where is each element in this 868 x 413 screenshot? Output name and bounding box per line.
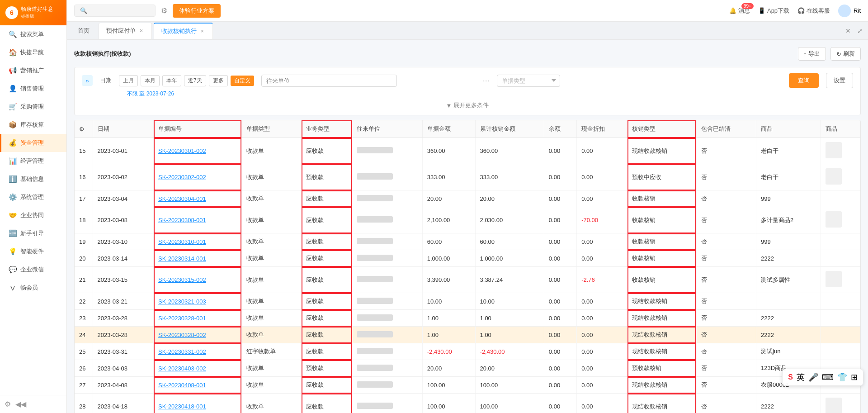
table-row[interactable]: 15 2023-03-01 SK-20230301-002 收款单 应收款 36… bbox=[75, 138, 860, 164]
bill-no-link[interactable]: SK-20230331-002 bbox=[158, 348, 206, 355]
export-button[interactable]: ↑ 导出 bbox=[798, 47, 826, 61]
sidebar-item-company[interactable]: 🤝 企业协同 bbox=[0, 206, 66, 224]
date-btn-more[interactable]: 更多 bbox=[209, 75, 228, 86]
settings-button[interactable]: 设置 bbox=[826, 73, 853, 88]
user-avatar[interactable]: Rit bbox=[838, 5, 861, 17]
refresh-button[interactable]: ↻ 刷新 bbox=[830, 47, 861, 61]
sidebar-item-quick[interactable]: 🏠 快捷导航 bbox=[0, 43, 66, 62]
sidebar-item-sales[interactable]: 👤 销售管理 bbox=[0, 80, 66, 98]
sidebar-item-marketing[interactable]: 📢 营销推广 bbox=[0, 62, 66, 80]
date-btn-this-month[interactable]: 本月 bbox=[141, 75, 160, 86]
table-row[interactable]: 19 2023-03-10 SK-20230310-001 收款单 应收款 60… bbox=[75, 233, 860, 250]
td-discount: 0.00 bbox=[577, 394, 627, 413]
td-counterpart bbox=[352, 207, 422, 233]
bill-no-link[interactable]: SK-20230308-001 bbox=[158, 217, 206, 223]
table-row[interactable]: 16 2023-03-02 SK-20230302-002 收款单 预收款 33… bbox=[75, 164, 860, 190]
sidebar-item-search[interactable]: 🔍 搜索菜单 bbox=[0, 25, 66, 43]
td-discount: 0.00 bbox=[577, 164, 627, 190]
bill-no-link[interactable]: SK-20230321-003 bbox=[158, 298, 206, 305]
tab-close-all-button[interactable]: ✕ bbox=[844, 25, 853, 36]
topbar-search-box[interactable]: 🔍 bbox=[74, 5, 156, 17]
online-service-button[interactable]: 🎧 在线客服 bbox=[797, 7, 830, 15]
collapse-icon[interactable]: ◀◀ bbox=[15, 400, 26, 408]
td-write-off-type: 收款核销 bbox=[627, 233, 696, 250]
mobile-icon: 📱 bbox=[758, 7, 765, 14]
product-thumbnail bbox=[826, 142, 842, 158]
td-bill-no: SK-20230321-003 bbox=[154, 293, 242, 310]
ime-chinese-icon[interactable]: 英 bbox=[797, 372, 805, 383]
expand-more-button[interactable]: ▼ 展开更多条件 bbox=[446, 101, 489, 109]
app-download-button[interactable]: 📱 App下载 bbox=[758, 7, 789, 15]
sidebar-item-label-quick: 快捷导航 bbox=[20, 48, 44, 57]
sidebar-item-guide[interactable]: 🆕 新手引导 bbox=[0, 224, 66, 242]
tab-payable-close[interactable]: × bbox=[138, 27, 144, 34]
ime-keyboard-icon[interactable]: ⌨ bbox=[822, 372, 834, 382]
table-row[interactable]: 21 2023-03-15 SK-20230315-002 收款单 应收款 3,… bbox=[75, 267, 860, 293]
table-row[interactable]: 22 2023-03-21 SK-20230321-003 收款单 应收款 10… bbox=[75, 293, 860, 310]
date-custom-button[interactable]: 自定义 bbox=[231, 76, 254, 86]
sidebar-item-operations[interactable]: 📊 经营管理 bbox=[0, 152, 66, 170]
sidebar-item-inventory[interactable]: 📦 库存核算 bbox=[0, 116, 66, 134]
app-label: App下载 bbox=[767, 7, 789, 15]
td-biz-type: 应收款 bbox=[302, 250, 352, 267]
tab-receipt[interactable]: 收款核销执行 × bbox=[154, 23, 213, 39]
sidebar-item-system[interactable]: ⚙️ 系统管理 bbox=[0, 188, 66, 206]
bill-no-link[interactable]: SK-20230310-001 bbox=[158, 238, 206, 245]
sidebar-bottom: ⚙ ◀◀ bbox=[0, 395, 66, 413]
bill-no-link[interactable]: SK-20230302-002 bbox=[158, 174, 206, 180]
bill-no-link[interactable]: SK-20230328-001 bbox=[158, 315, 206, 322]
table-row[interactable]: 28 2023-04-18 SK-20230418-001 收款单 应收款 10… bbox=[75, 394, 860, 413]
bill-no-link[interactable]: SK-20230301-002 bbox=[158, 147, 206, 154]
tabbar: 首页 预付应付单 × 收款核销执行 × ✕ ⤢ bbox=[67, 22, 868, 40]
sidebar-item-basic[interactable]: ℹ️ 基础信息 bbox=[0, 170, 66, 188]
bill-no-link[interactable]: SK-20230418-001 bbox=[158, 403, 206, 410]
date-btn-7days[interactable]: 近7天 bbox=[184, 75, 206, 86]
bill-no-link[interactable]: SK-20230408-001 bbox=[158, 382, 206, 389]
filter-expand-button[interactable]: » bbox=[82, 75, 93, 86]
sidebar-item-label-company: 企业协同 bbox=[20, 211, 44, 219]
date-btn-this-year[interactable]: 本年 bbox=[162, 75, 181, 86]
query-button[interactable]: 查询 bbox=[789, 73, 819, 88]
table-row[interactable]: 27 2023-04-08 SK-20230408-001 收款单 应收款 10… bbox=[75, 377, 860, 394]
table-row[interactable]: 18 2023-03-08 SK-20230308-001 收款单 应收款 2,… bbox=[75, 207, 860, 233]
topbar: 🔍 ⚙ 体验行业方案 🔔 消息 99+ 📱 App下载 🎧 在线客服 Rit bbox=[67, 0, 868, 22]
counterpart-input[interactable] bbox=[261, 75, 397, 87]
topbar-gear-icon[interactable]: ⚙ bbox=[161, 6, 167, 15]
tab-maximize-button[interactable]: ⤢ bbox=[855, 25, 864, 36]
table-row[interactable]: 24 2023-03-28 SK-20230328-002 收款单 应收款 1.… bbox=[75, 327, 860, 343]
bill-no-link[interactable]: SK-20230304-001 bbox=[158, 195, 206, 202]
th-included: 包含已结清 bbox=[696, 120, 756, 138]
bill-no-link[interactable]: SK-20230315-002 bbox=[158, 276, 206, 283]
bill-type-select[interactable]: 单据类型 bbox=[497, 75, 560, 87]
settings-icon[interactable]: ⚙ bbox=[5, 400, 11, 408]
td-product bbox=[756, 293, 821, 310]
tab-receipt-close[interactable]: × bbox=[199, 28, 205, 35]
th-settings[interactable]: ⚙ bbox=[75, 120, 93, 138]
bell-icon: 🔔 bbox=[729, 7, 736, 14]
refresh-icon: ↻ bbox=[836, 51, 841, 57]
industry-solution-button[interactable]: 体验行业方案 bbox=[173, 4, 221, 18]
ime-shirt-icon[interactable]: 👕 bbox=[837, 372, 847, 382]
table-row[interactable]: 20 2023-03-14 SK-20230314-001 收款单 应收款 1,… bbox=[75, 250, 860, 267]
sidebar-item-purchase[interactable]: 🛒 采购管理 bbox=[0, 98, 66, 116]
ime-grid-icon[interactable]: ⊞ bbox=[851, 372, 858, 382]
sidebar-item-wechat[interactable]: 💬 企业微信 bbox=[0, 261, 66, 279]
th-bill-no: 单据编号 bbox=[154, 120, 242, 138]
table-row[interactable]: 26 2023-04-03 SK-20230403-002 收款单 预收款 20… bbox=[75, 360, 860, 377]
table-scroll[interactable]: ⚙ 日期 单据编号 单据类型 业务类型 往来单位 单据金额 累计核销金额 余额 … bbox=[75, 120, 860, 413]
table-row[interactable]: 25 2023-03-31 SK-20230331-002 红字收款单 应收款 … bbox=[75, 343, 860, 360]
notification-button[interactable]: 🔔 消息 99+ bbox=[729, 7, 750, 15]
table-row[interactable]: 17 2023-03-04 SK-20230304-001 收款单 应收款 20… bbox=[75, 190, 860, 207]
ime-mic-icon[interactable]: 🎤 bbox=[808, 372, 818, 382]
tab-home[interactable]: 首页 bbox=[71, 23, 97, 39]
bill-no-link[interactable]: SK-20230328-002 bbox=[158, 332, 206, 338]
bill-no-link[interactable]: SK-20230403-002 bbox=[158, 365, 206, 372]
sidebar-item-hardware[interactable]: 💡 智能硬件 bbox=[0, 242, 66, 261]
bill-no-link[interactable]: SK-20230314-001 bbox=[158, 255, 206, 262]
tab-payable[interactable]: 预付应付单 × bbox=[99, 23, 152, 39]
sidebar-item-member[interactable]: V 畅会员 bbox=[0, 279, 66, 297]
date-btn-last-month[interactable]: 上月 bbox=[119, 75, 138, 86]
sidebar-item-finance[interactable]: 💰 资金管理 bbox=[0, 134, 66, 152]
td-counterpart bbox=[352, 394, 422, 413]
table-row[interactable]: 23 2023-03-28 SK-20230328-001 收款单 应收款 1.… bbox=[75, 310, 860, 327]
